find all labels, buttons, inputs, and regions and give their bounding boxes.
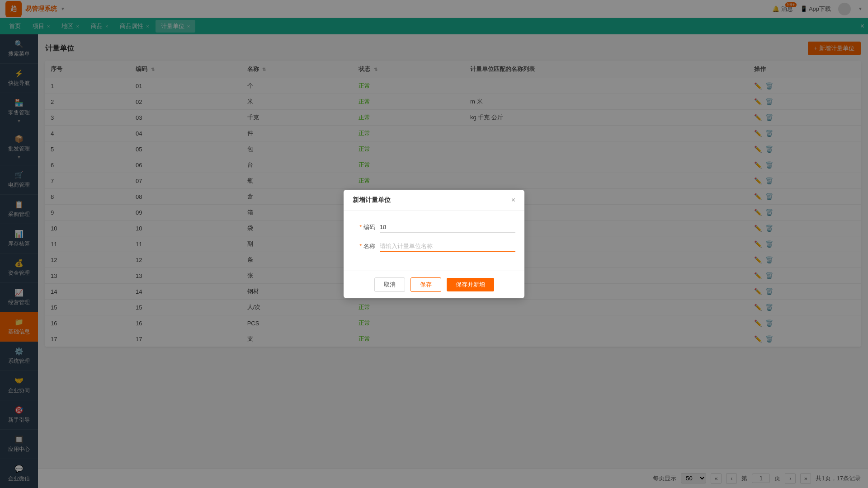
modal-dialog: 新增计量单位 × 编码 名称 取消 保存 保存并新增 [344, 190, 524, 298]
save-new-button[interactable]: 保存并新增 [447, 278, 494, 291]
code-input[interactable] [380, 222, 515, 233]
modal-footer: 取消 保存 保存并新增 [344, 271, 524, 298]
modal-header: 新增计量单位 × [344, 190, 524, 211]
form-row-name: 名称 [353, 241, 515, 252]
code-label: 编码 [353, 223, 375, 231]
modal-title: 新增计量单位 [353, 196, 391, 204]
form-row-code: 编码 [353, 222, 515, 233]
cancel-button[interactable]: 取消 [374, 277, 405, 292]
save-button[interactable]: 保存 [410, 277, 441, 292]
name-label: 名称 [353, 242, 375, 250]
modal-close-button[interactable]: × [511, 196, 515, 204]
name-input[interactable] [380, 241, 515, 252]
modal-body: 编码 名称 [344, 211, 524, 271]
modal-overlay[interactable]: 新增计量单位 × 编码 名称 取消 保存 保存并新增 [0, 0, 868, 488]
